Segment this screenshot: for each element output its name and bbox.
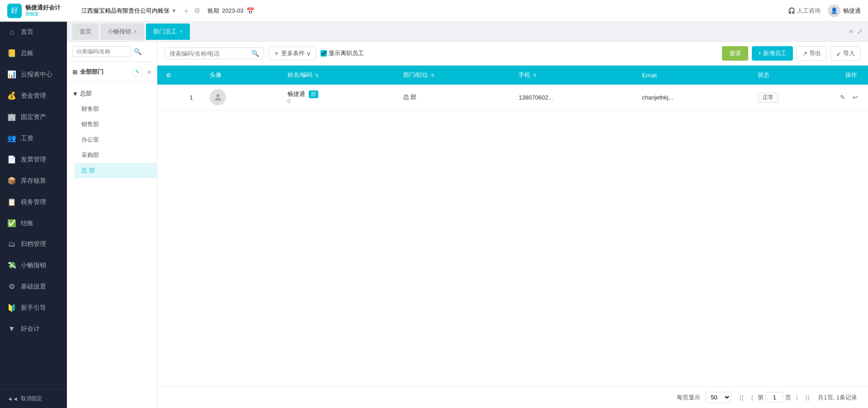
- dept-item-finance[interactable]: 财务部: [74, 101, 157, 117]
- last-page-btn[interactable]: ⟩⟩: [802, 393, 812, 402]
- per-page-label: 每页显示: [677, 394, 700, 402]
- period-label: 账期: [208, 7, 219, 15]
- dept-search-icon[interactable]: 🔍: [134, 48, 142, 55]
- sidebar-item-archive[interactable]: 🗂 归档管理: [0, 234, 67, 255]
- per-page-select[interactable]: 50 10 20 100: [706, 392, 731, 403]
- dept-item-office[interactable]: 办公室: [74, 132, 157, 147]
- invite-button[interactable]: 邀请: [722, 46, 748, 61]
- page-number-input[interactable]: [765, 392, 783, 403]
- settle-icon: ✅: [7, 219, 16, 228]
- emp-search-box: 🔍: [165, 47, 264, 59]
- content-split: 🔍 ⊞ 全部部门 ✎ « ▼ 总部: [67, 42, 868, 408]
- sidebar-item-settle[interactable]: ✅ 结账: [0, 213, 67, 234]
- service-button[interactable]: 🎧 人工咨询: [788, 7, 821, 15]
- next-page-btn[interactable]: ⟩: [793, 393, 801, 402]
- cancel-pin-label: 取消固定: [21, 395, 42, 403]
- sidebar-label-invoice: 发票管理: [21, 156, 46, 164]
- reports-icon: 📊: [7, 70, 16, 79]
- user-name: 畅捷通: [843, 7, 861, 15]
- dept-grid-icon: ⊞: [72, 69, 77, 76]
- dept-item-purchase[interactable]: 采购部: [74, 147, 157, 163]
- pin-icon: ◄◄: [7, 396, 18, 402]
- company-dropdown-arrow: ▼: [171, 8, 177, 14]
- tab-xiaochang-close[interactable]: ×: [134, 28, 137, 35]
- dept-item-general[interactable]: 总 部: [74, 163, 157, 178]
- sidebar-item-assets[interactable]: 🏢 固定资产: [0, 106, 67, 128]
- col-settings[interactable]: ⚙: [157, 66, 180, 85]
- dept-item-sales[interactable]: 销售部: [74, 117, 157, 132]
- export-button[interactable]: ↗ 导出: [797, 46, 827, 61]
- dept-collapse-btn[interactable]: «: [147, 68, 151, 76]
- sidebar-item-ledger[interactable]: 📒 总账: [0, 43, 67, 64]
- pagination: 每页显示 50 10 20 100 ⟨⟨ ⟨ 第: [157, 386, 868, 408]
- company-name: 江西服宝精品有限责任公司内账张: [81, 7, 170, 15]
- service-label: 人工咨询: [797, 7, 821, 15]
- sidebar-label-funds: 资金管理: [21, 92, 46, 100]
- calendar-icon[interactable]: 📅: [246, 7, 254, 14]
- inventory-icon: 📦: [7, 176, 16, 185]
- dept-tree-parent[interactable]: ▼ 总部: [67, 86, 157, 101]
- row-status-cell: 正常: [750, 85, 823, 110]
- tab-home[interactable]: 首页: [72, 24, 99, 40]
- tab-department-close[interactable]: ×: [179, 28, 183, 35]
- row-phone-cell: 138070602...: [511, 85, 635, 110]
- tab-xiaochang[interactable]: 小畅报销 ×: [100, 24, 144, 40]
- show-resigned-label[interactable]: 显示离职员工: [321, 49, 364, 57]
- employee-dept-badge: 部: [309, 90, 318, 98]
- add-employee-button[interactable]: + 新增员工: [752, 46, 793, 61]
- dept-edit-btn[interactable]: ✎: [132, 66, 143, 77]
- tab-xiaochang-label: 小畅报销: [108, 28, 131, 36]
- col-phone[interactable]: 手机 ⇅: [511, 66, 635, 85]
- dept-tree: ▼ 总部 财务部 销售部 办公室 采购部 总 部: [67, 82, 157, 408]
- sidebar-item-inventory[interactable]: 📦 库存核算: [0, 170, 67, 191]
- dept-parent-label: 总部: [80, 90, 92, 98]
- sidebar-item-xiaochang[interactable]: 💸 小畅报销: [0, 255, 67, 276]
- svg-point-0: [216, 94, 219, 97]
- company-dropdown[interactable]: 江西服宝精品有限责任公司内账张 ▼: [81, 7, 177, 15]
- emp-search-input[interactable]: [170, 50, 249, 57]
- emp-search-icon[interactable]: 🔍: [251, 50, 259, 57]
- row-index: 1: [180, 85, 203, 110]
- sidebar-item-tax[interactable]: 📋 税务管理: [0, 191, 67, 213]
- dept-search-input[interactable]: [72, 46, 131, 57]
- cancel-pin-button[interactable]: ◄◄ 取消固定: [0, 389, 67, 408]
- first-page-btn[interactable]: ⟨⟨: [736, 393, 746, 402]
- sidebar-item-funds[interactable]: 💰 资金管理: [0, 85, 67, 106]
- tab-expand-btn[interactable]: ⤢: [857, 27, 863, 36]
- dept-header: ⊞ 全部部门 ✎ «: [67, 62, 157, 82]
- dept-parent-arrow: ▼: [72, 90, 78, 97]
- ledger-icon: 📒: [7, 49, 16, 57]
- show-resigned-text: 显示离职员工: [329, 49, 364, 57]
- show-resigned-checkbox[interactable]: [321, 50, 327, 57]
- user-area[interactable]: 👤 畅捷通: [828, 5, 861, 17]
- sidebar-item-reports[interactable]: 📊 云报表中心: [0, 64, 67, 85]
- import-button[interactable]: ↙ 导入: [830, 46, 861, 61]
- employee-dept: 总 部: [403, 94, 417, 100]
- sidebar-item-settings[interactable]: ⚙ 基础设置: [0, 276, 67, 297]
- edit-employee-button[interactable]: ✎: [837, 93, 848, 102]
- sidebar-item-payroll[interactable]: 👥 工资: [0, 128, 67, 149]
- row-action-cell: ✎ ↩: [823, 85, 868, 110]
- sidebar-item-more[interactable]: ▼ 好会计: [0, 318, 67, 339]
- prev-page-btn[interactable]: ⟨: [748, 393, 756, 402]
- col-index: [180, 66, 203, 85]
- tab-department[interactable]: 部门员工 ×: [146, 24, 190, 40]
- tab-close-btn[interactable]: ×: [849, 27, 853, 36]
- more-icon: ▼: [7, 325, 16, 333]
- filter-chevron: ∨: [307, 50, 311, 57]
- sidebar-item-invoice[interactable]: 📄 发票管理: [0, 149, 67, 170]
- sidebar-label-xiaochang: 小畅报销: [21, 261, 46, 270]
- sidebar-item-home[interactable]: ⌂ 首页: [0, 22, 67, 43]
- add-company-btn[interactable]: ＋: [182, 5, 190, 16]
- header-right: 🎧 人工咨询 👤 畅捷通: [788, 5, 861, 17]
- settings-btn[interactable]: ⚙: [194, 6, 200, 15]
- export-label: 导出: [809, 49, 821, 57]
- logout-employee-button[interactable]: ↩: [850, 93, 861, 102]
- filter-button[interactable]: ▼ 更多条件 ∨: [269, 47, 316, 60]
- col-dept[interactable]: 部门/职位 ⇅: [396, 66, 512, 85]
- sidebar-label-payroll: 工资: [21, 134, 33, 142]
- row-name-cell: 畅捷通 部 0: [280, 85, 396, 110]
- assets-icon: 🏢: [7, 113, 16, 121]
- sidebar-item-guide[interactable]: 🔰 新手引导: [0, 297, 67, 318]
- col-name[interactable]: 姓名/编码 ⇅: [280, 66, 396, 85]
